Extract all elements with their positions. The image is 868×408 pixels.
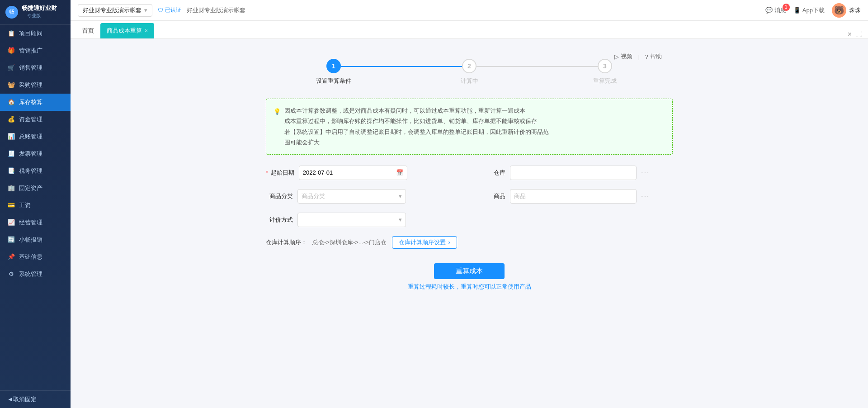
goods-more-button[interactable]: ··· <box>641 192 650 200</box>
sidebar-item-label: 系统管理 <box>19 270 42 278</box>
app-download-label: App下载 <box>802 6 825 14</box>
category-select[interactable]: 商品分类 ▾ <box>297 189 406 204</box>
unpin-label: ◄取消固定 <box>7 395 37 403</box>
main-wrapper: 好业财专业版演示帐套 ▾ 🛡 已认证 好业财专业版演示帐套 💬 消息 1 📱 A… <box>71 0 868 408</box>
help-link[interactable]: ? 帮助 <box>645 52 662 61</box>
sidebar-item-label: 固定资产 <box>19 184 42 192</box>
sidebar-item-label: 采购管理 <box>19 81 42 89</box>
sidebar-item-tax[interactable]: 📑 税务管理 <box>0 162 71 180</box>
tab-close-button[interactable]: × <box>145 28 148 34</box>
sidebar-item-project[interactable]: 📋 项目顾问 <box>0 25 71 42</box>
account-name: 好业财专业版演示帐套 <box>83 6 142 14</box>
warehouse-label: 仓库 <box>478 169 505 177</box>
finance-icon: 💰 <box>7 115 15 123</box>
submit-area: 重算成本 重算过程耗时较长，重算时您可以正常使用产品 <box>266 263 673 291</box>
unpin-button[interactable]: ◄取消固定 <box>0 390 71 408</box>
accounting-icon: 📊 <box>7 133 15 141</box>
step-2-circle: 2 <box>462 59 476 73</box>
goods-group: 商品 商品 ··· <box>478 189 673 204</box>
sidebar-item-basic[interactable]: 📌 基础信息 <box>0 248 71 266</box>
sidebar-item-payroll[interactable]: 💳 工资 <box>0 197 71 214</box>
sidebar-item-marketing[interactable]: 🎁 营销推广 <box>0 42 71 59</box>
pricing-select[interactable]: ▾ <box>297 213 406 227</box>
start-date-group: * 起始日期 2022-07-01 📅 <box>266 166 460 180</box>
stepper: 1 设置重算条件 2 计算中 3 重算完成 <box>266 50 673 99</box>
assets-icon: 🏢 <box>7 184 15 192</box>
warehouse-order-btn-label: 仓库计算顺序设置 <box>399 238 446 247</box>
tab-bar: 首页 商品成本重算 × × ⛶ <box>71 21 868 39</box>
category-placeholder: 商品分类 <box>302 192 325 200</box>
window-controls: × ⛶ <box>848 30 863 38</box>
warehouse-group: 仓库 ··· <box>478 166 673 180</box>
account-selector[interactable]: 好业财专业版演示帐套 ▾ <box>78 4 152 17</box>
goods-placeholder: 商品 <box>514 192 526 200</box>
app-download-button[interactable]: 📱 App下载 <box>793 6 825 14</box>
help-icon: ? <box>645 53 648 60</box>
goods-label: 商品 <box>478 192 505 200</box>
sidebar-item-inventory[interactable]: 🏠 库存核算 <box>0 94 71 111</box>
sidebar-item-label: 税务管理 <box>19 167 42 175</box>
sidebar-item-finance[interactable]: 💰 资金管理 <box>0 111 71 128</box>
sidebar-item-operations[interactable]: 📈 经营管理 <box>0 214 71 231</box>
user-name: 珠珠 <box>849 6 861 14</box>
tab-home-label: 首页 <box>82 27 94 35</box>
video-link[interactable]: ▷ 视频 <box>614 52 632 61</box>
sidebar-item-label: 库存核算 <box>19 98 42 106</box>
sidebar-item-label: 基础信息 <box>19 253 42 261</box>
expand-window-button[interactable]: ⛶ <box>855 30 863 38</box>
form-area: * 起始日期 2022-07-01 📅 仓库 ··· <box>266 166 673 291</box>
warehouse-input[interactable] <box>510 166 637 180</box>
chevron-down-icon: ▾ <box>399 193 402 199</box>
page-content: 1 设置重算条件 2 计算中 3 重算完成 <box>71 39 868 408</box>
info-line-1: 因成本计算参数调整，或是对商品成本有疑问时，可以通过成本重算功能，重新计算一遍成… <box>284 105 549 116</box>
pricing-group: 计价方式 ▾ <box>266 213 460 227</box>
sidebar-item-label: 总账管理 <box>19 133 42 141</box>
app-edition: 专业版 <box>22 12 57 20</box>
sidebar-item-assets[interactable]: 🏢 固定资产 <box>0 180 71 197</box>
sidebar-item-purchase[interactable]: 🧺 采购管理 <box>0 76 71 94</box>
sales-icon: 🛒 <box>7 64 15 72</box>
sidebar-item-system[interactable]: ⚙ 系统管理 <box>0 266 71 283</box>
step-3-label: 重算完成 <box>593 77 617 85</box>
step-2: 2 计算中 <box>401 59 537 85</box>
step-3-circle: 3 <box>598 59 612 73</box>
warehouse-order-settings-button[interactable]: 仓库计算顺序设置 › <box>392 236 457 249</box>
inventory-icon: 🏠 <box>7 98 15 106</box>
start-date-input[interactable]: 2022-07-01 📅 <box>299 166 407 180</box>
step-1-circle: 1 <box>326 59 341 73</box>
user-info[interactable]: 🐻 珠珠 <box>832 3 861 18</box>
sidebar-item-invoice[interactable]: 🧾 发票管理 <box>0 145 71 162</box>
submit-button[interactable]: 重算成本 <box>434 263 505 279</box>
category-label: 商品分类 <box>266 192 293 200</box>
sidebar-item-expense[interactable]: 🔄 小畅报销 <box>0 231 71 248</box>
messages-button[interactable]: 💬 消息 1 <box>765 6 786 14</box>
project-icon: 📋 <box>7 29 15 38</box>
system-icon: ⚙ <box>7 270 15 278</box>
sidebar-nav: 📋 项目顾问 🎁 营销推广 🛒 销售管理 🧺 采购管理 🏠 库存核算 💰 资金管… <box>0 25 71 390</box>
goods-input[interactable]: 商品 <box>510 189 637 204</box>
invoice-icon: 🧾 <box>7 150 15 158</box>
sidebar-item-accounting[interactable]: 📊 总账管理 <box>0 128 71 145</box>
account-full-name: 好业财专业版演示帐套 <box>187 6 245 14</box>
start-date-value: 2022-07-01 <box>303 169 333 176</box>
sidebar-item-sales[interactable]: 🛒 销售管理 <box>0 59 71 76</box>
info-line-2: 成本重算过程中，影响库存账的操作均不能操作，比如进货单、销货单、库存单据不能审核… <box>284 116 549 126</box>
expense-icon: 🔄 <box>7 236 15 244</box>
step-helper: ▷ 视频 | ? 帮助 <box>614 52 662 61</box>
sidebar-item-label: 资金管理 <box>19 115 42 123</box>
warehouse-more-button[interactable]: ··· <box>641 169 650 177</box>
sidebar-item-label: 销售管理 <box>19 64 42 72</box>
sidebar-item-label: 项目顾问 <box>19 29 42 38</box>
pricing-label: 计价方式 <box>266 216 293 224</box>
step-1-label: 设置重算条件 <box>316 77 351 85</box>
form-row-3: 计价方式 ▾ <box>266 213 673 227</box>
tab-cost-recalc[interactable]: 商品成本重算 × <box>100 23 154 38</box>
tab-active-label: 商品成本重算 <box>107 27 142 35</box>
tab-home[interactable]: 首页 <box>76 23 100 38</box>
sidebar: 畅 畅捷通好业财 专业版 📋 项目顾问 🎁 营销推广 🛒 销售管理 🧺 采购管理… <box>0 0 71 408</box>
phone-icon: 📱 <box>793 7 801 14</box>
close-window-button[interactable]: × <box>848 30 852 38</box>
payroll-icon: 💳 <box>7 201 15 209</box>
message-icon: 💬 <box>765 7 773 14</box>
marketing-icon: 🎁 <box>7 47 15 55</box>
